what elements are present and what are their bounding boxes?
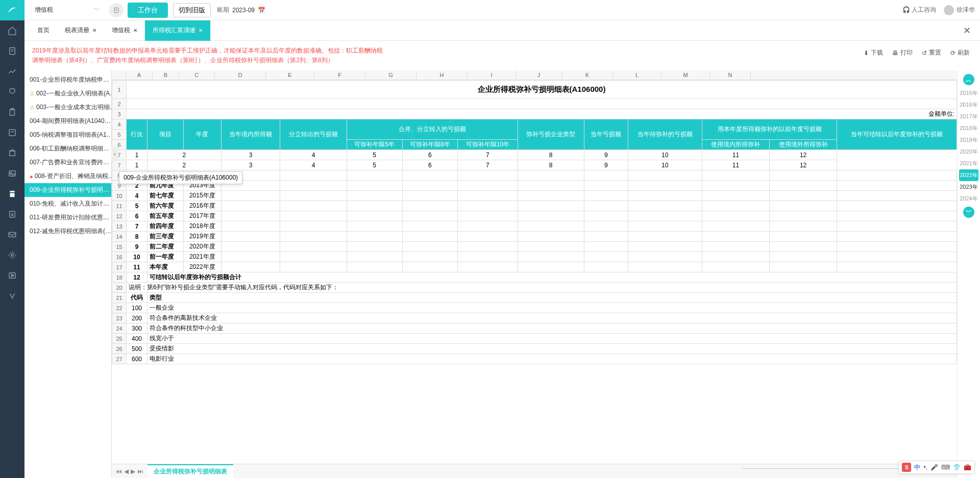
workbench-button[interactable]: 工作台	[128, 3, 168, 18]
row-header[interactable]: 13	[112, 221, 127, 232]
cell[interactable]	[518, 252, 584, 262]
cell[interactable]	[628, 211, 702, 221]
cell[interactable]	[280, 252, 347, 262]
refresh-button[interactable]: ⟳ 刷新	[950, 48, 970, 57]
row-header[interactable]: 23	[112, 313, 127, 323]
year-up-icon[interactable]: ︽	[963, 74, 974, 85]
ime-mic-icon[interactable]: 🎤	[930, 464, 938, 471]
settings-icon[interactable]	[0, 245, 24, 265]
row-header[interactable]: 15	[112, 242, 127, 252]
cell[interactable]	[347, 221, 402, 232]
close-all-tabs-icon[interactable]: ✕	[959, 25, 975, 36]
cell[interactable]	[702, 211, 769, 221]
cell[interactable]	[702, 170, 769, 181]
cell[interactable]	[702, 221, 769, 232]
cell[interactable]	[221, 221, 280, 232]
cell[interactable]	[770, 232, 837, 242]
cell[interactable]	[702, 201, 769, 211]
cell[interactable]	[628, 252, 702, 262]
row-header[interactable]: 25	[112, 334, 127, 344]
cell[interactable]	[458, 232, 518, 242]
cell[interactable]	[458, 262, 518, 272]
row-header[interactable]: 17	[112, 262, 127, 272]
form-list-item[interactable]: 007-广告费和业务宣传费跨…	[24, 156, 111, 169]
cell[interactable]	[518, 201, 584, 211]
cell[interactable]	[458, 170, 518, 181]
row-header[interactable]: 1	[112, 81, 127, 99]
form-list-item[interactable]: 005-纳税调整项目明细表(A1…	[24, 128, 111, 142]
year-button[interactable]: 2018年	[959, 122, 978, 134]
cell[interactable]	[347, 170, 402, 181]
cell[interactable]	[221, 242, 280, 252]
chart-icon[interactable]	[0, 61, 24, 82]
cell[interactable]	[347, 191, 402, 201]
download-button[interactable]: ⬇ 下载	[864, 48, 883, 57]
cell[interactable]	[628, 232, 702, 242]
row-header[interactable]: 2	[112, 99, 127, 109]
column-header[interactable]	[112, 70, 126, 80]
cell[interactable]	[518, 232, 584, 242]
column-header[interactable]: H	[416, 70, 468, 80]
cell[interactable]	[280, 221, 347, 232]
image-icon[interactable]	[0, 163, 24, 184]
row-header[interactable]: 20	[112, 283, 127, 293]
cell[interactable]	[837, 232, 957, 242]
tab[interactable]: 所得税汇算清缴✕	[145, 20, 210, 41]
cell[interactable]	[221, 232, 280, 242]
cell[interactable]	[280, 191, 347, 201]
form-list-item[interactable]: ●008-资产折旧、摊销及纳税…	[24, 169, 111, 183]
cell[interactable]	[280, 232, 347, 242]
cell[interactable]	[518, 191, 584, 201]
year-button[interactable]: 2017年	[959, 111, 978, 122]
cell[interactable]	[584, 242, 628, 252]
calendar-icon[interactable]: 📅	[258, 7, 265, 14]
cell[interactable]	[458, 252, 518, 262]
form-list-item[interactable]: 009-企业所得税弥补亏损明…	[24, 183, 111, 197]
year-button[interactable]: 2023年	[959, 181, 978, 193]
cell[interactable]	[770, 191, 837, 201]
row-header[interactable]: 21	[112, 293, 127, 303]
row-header[interactable]: 27	[112, 354, 127, 364]
cell[interactable]	[628, 191, 702, 201]
cell[interactable]	[837, 191, 957, 201]
cell[interactable]	[584, 262, 628, 272]
column-header[interactable]: E	[266, 70, 314, 80]
row-header[interactable]: 4	[112, 119, 127, 130]
cell[interactable]	[702, 232, 769, 242]
row-header[interactable]: 5	[112, 130, 127, 140]
collapse-handle[interactable]: ‹	[111, 147, 118, 161]
cell[interactable]	[584, 252, 628, 262]
cell[interactable]	[458, 211, 518, 221]
column-header[interactable]: M	[662, 70, 710, 80]
year-button[interactable]: 2022年	[959, 169, 978, 181]
cell[interactable]	[402, 232, 458, 242]
cell[interactable]	[347, 252, 402, 262]
form-icon[interactable]	[0, 122, 24, 143]
cell[interactable]	[221, 252, 280, 262]
active-nav-icon[interactable]	[0, 184, 24, 204]
cell[interactable]	[628, 170, 702, 181]
switch-old-button[interactable]: 切到旧版	[173, 3, 211, 17]
cell[interactable]	[584, 211, 628, 221]
cell[interactable]	[280, 170, 347, 181]
row-header[interactable]: 11	[112, 201, 127, 211]
cell[interactable]	[280, 242, 347, 252]
year-button[interactable]: 2019年	[959, 134, 978, 146]
cell[interactable]	[458, 242, 518, 252]
mail-icon[interactable]	[0, 224, 24, 245]
cell[interactable]	[402, 181, 458, 191]
round-button[interactable]	[109, 3, 124, 17]
cell[interactable]	[402, 221, 458, 232]
sheet-next-icon[interactable]: ▶	[131, 468, 135, 475]
cell[interactable]	[518, 262, 584, 272]
video-icon[interactable]	[0, 265, 24, 286]
form-list-item[interactable]: 010-免税、减计收入及加计…	[24, 197, 111, 211]
print-button[interactable]: 🖶 打印	[892, 48, 913, 57]
cell[interactable]	[402, 191, 458, 201]
cell[interactable]	[221, 262, 280, 272]
cell[interactable]	[402, 262, 458, 272]
cell[interactable]	[402, 170, 458, 181]
cell[interactable]	[347, 262, 402, 272]
cell[interactable]	[518, 181, 584, 191]
row-header[interactable]: 10	[112, 191, 127, 201]
